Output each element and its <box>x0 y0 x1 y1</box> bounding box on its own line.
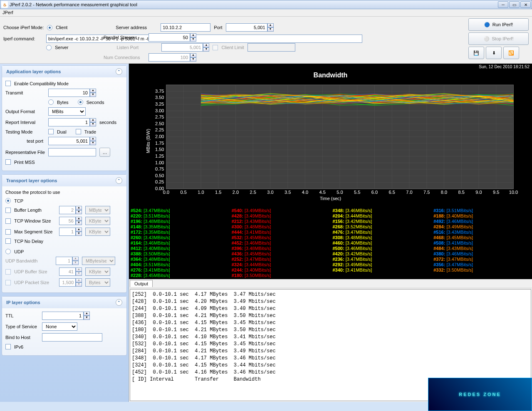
window-title: JPerf 2.0.2 - Network performance measur… <box>10 2 498 7</box>
compat-checkbox[interactable] <box>5 81 11 86</box>
transport-header[interactable]: Transport layer options⌃ <box>2 175 126 186</box>
numconn-label: Num Connections <box>104 55 145 60</box>
udppkt-checkbox <box>5 280 11 285</box>
mode-label: Choose iPerf Mode: <box>3 25 44 30</box>
client-radio[interactable] <box>47 25 52 30</box>
port-input[interactable] <box>226 23 267 32</box>
buflen-input <box>59 206 76 214</box>
maxseg-checkbox[interactable] <box>5 229 11 235</box>
parallel-label: Parallel Streams <box>104 35 145 40</box>
seconds-radio[interactable] <box>78 99 83 105</box>
testport-label: test port <box>5 139 45 144</box>
collapse-icon[interactable]: ⌃ <box>116 177 122 184</box>
timestamp: Sun, 12 Dec 2010 18:21:52 <box>129 64 532 70</box>
java-icon: ♨ <box>1 1 8 8</box>
svg-text:9.5: 9.5 <box>493 190 499 195</box>
winsize-input <box>59 217 76 225</box>
dual-checkbox[interactable] <box>48 129 54 134</box>
testport-input[interactable] <box>48 137 90 145</box>
trade-checkbox[interactable] <box>76 129 81 134</box>
printmss-checkbox[interactable] <box>5 159 11 165</box>
maxseg-input <box>59 228 76 236</box>
ipv6-checkbox[interactable] <box>5 344 11 349</box>
svg-text:2.75: 2.75 <box>155 114 164 119</box>
app-layer-panel: Application layer options⌃ Enable Compat… <box>2 65 127 171</box>
parallel-spinner[interactable]: ▲▼ <box>190 33 196 42</box>
menubar[interactable]: JPerf <box>0 9 532 17</box>
svg-text:5.5: 5.5 <box>354 190 360 195</box>
transmit-input[interactable] <box>48 89 90 97</box>
svg-text:0.0: 0.0 <box>163 190 169 195</box>
bind-label: Bind to Host <box>5 335 39 340</box>
output-tab[interactable]: Output <box>129 279 532 288</box>
chart-legend: #524: [3.47MBits/s]#540: [3.49MBits/s]#3… <box>129 207 532 279</box>
svg-text:MBits (B/W): MBits (B/W) <box>146 129 151 154</box>
testmode-label: Testing Mode <box>5 129 45 134</box>
bind-input[interactable] <box>42 333 102 342</box>
client-limit-checkbox <box>213 45 218 50</box>
repfile-input[interactable] <box>48 148 96 156</box>
collapse-icon[interactable]: ⌃ <box>116 299 122 306</box>
tos-select[interactable]: None <box>42 322 77 331</box>
numconn-input <box>148 53 190 62</box>
ip-header[interactable]: IP layer options⌃ <box>2 297 126 308</box>
app-layer-header[interactable]: Application layer options⌃ <box>2 66 126 77</box>
winsize-unit: KBytes <box>85 217 110 225</box>
svg-text:0.75: 0.75 <box>155 166 164 171</box>
transmit-label: Transmit <box>5 90 45 95</box>
svg-text:0.50: 0.50 <box>155 173 164 178</box>
left-panel: Application layer options⌃ Enable Compat… <box>0 64 129 402</box>
server-addr-label: Server address <box>116 25 157 30</box>
svg-text:1.25: 1.25 <box>155 154 164 158</box>
listen-label: Listen Port <box>116 45 158 50</box>
minimize-button[interactable]: ─ <box>498 1 508 8</box>
server-address-input[interactable] <box>161 23 210 32</box>
repint-input[interactable] <box>48 118 90 126</box>
browse-button[interactable]: … <box>99 148 110 157</box>
outfmt-label: Output Format <box>5 109 45 114</box>
svg-text:0.25: 0.25 <box>155 179 164 184</box>
output-format-select[interactable]: MBits <box>48 107 86 116</box>
udp-radio[interactable] <box>5 249 11 254</box>
buflen-unit: MBytes <box>85 206 110 214</box>
svg-text:8.0: 8.0 <box>441 190 447 195</box>
svg-text:6.0: 6.0 <box>371 190 378 195</box>
port-spinner[interactable]: ▲▼ <box>267 23 274 32</box>
menu-jperf[interactable]: JPerf <box>2 10 13 15</box>
tcp-radio[interactable] <box>5 198 11 203</box>
svg-text:3.50: 3.50 <box>155 95 164 100</box>
svg-text:3.25: 3.25 <box>155 102 164 106</box>
top-form: Iperf command: 🔵Run IPerf! ⚪Stop IPerf! … <box>0 17 532 64</box>
svg-text:3.75: 3.75 <box>155 89 164 94</box>
watermark: REDES ZONE <box>428 378 532 411</box>
svg-text:1.00: 1.00 <box>155 160 164 165</box>
printmss-label: Print MSS <box>14 160 35 165</box>
svg-text:4.5: 4.5 <box>319 190 326 195</box>
bandwidth-chart: 0.000.250.500.751.001.251.501.752.002.25… <box>129 81 532 201</box>
right-panel: Sun, 12 Dec 2010 18:21:52 Bandwidth 0.00… <box>129 64 532 402</box>
svg-text:1.5: 1.5 <box>215 190 221 195</box>
buflen-checkbox[interactable] <box>5 208 11 213</box>
close-button[interactable]: ✕ <box>520 1 531 8</box>
bytes-radio[interactable] <box>48 99 54 105</box>
collapse-icon[interactable]: ⌃ <box>116 68 122 75</box>
svg-text:2.0: 2.0 <box>233 190 239 195</box>
client-limit-input <box>247 43 295 52</box>
maximize-button[interactable]: ▭ <box>509 1 520 8</box>
nodelay-checkbox[interactable] <box>5 238 11 244</box>
server-radio[interactable] <box>46 45 52 50</box>
svg-text:5.0: 5.0 <box>337 190 343 195</box>
chart-title: Bandwidth <box>129 70 532 81</box>
udpbuf-checkbox <box>5 269 11 275</box>
svg-text:7.0: 7.0 <box>406 190 412 195</box>
transport-layer-panel: Transport layer options⌃ Choose the prot… <box>2 174 127 293</box>
svg-text:2.50: 2.50 <box>155 121 164 126</box>
server-label: Server <box>55 45 68 50</box>
winsize-checkbox[interactable] <box>5 218 11 224</box>
compat-label: Enable Compatibility Mode <box>14 81 69 86</box>
udpbw-input <box>56 257 72 265</box>
parallel-input[interactable] <box>148 33 190 42</box>
svg-text:2.00: 2.00 <box>155 134 164 139</box>
svg-text:0.5: 0.5 <box>181 190 187 195</box>
ttl-input[interactable] <box>42 312 84 320</box>
